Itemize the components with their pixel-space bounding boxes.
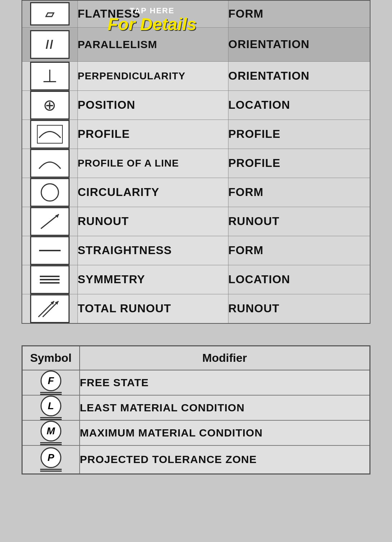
runout-icon (36, 209, 64, 234)
total-runout-symbol-box (30, 294, 70, 323)
tap-banner[interactable]: TAP HERE For Details (108, 6, 197, 34)
symmetry-name: SYMMETRY (77, 265, 228, 294)
ptz-symbol: P (40, 447, 62, 472)
mmc-symbol-cell: M (22, 420, 80, 445)
symbol-cell (22, 207, 77, 236)
table-row: CIRCULARITY FORM (22, 178, 370, 207)
table-row: M MAXIMUM MATERIAL CONDITION (22, 420, 370, 445)
table-row: L LEAST MATERIAL CONDITION (22, 395, 370, 420)
symmetry-symbol-box (30, 265, 70, 294)
geo-table-wrapper: ▱ FLATNESS FORM // PARALLELISM ORIENTATI… (0, 0, 392, 324)
perpendicularity-type: ORIENTATION (228, 61, 370, 90)
modifier-symbol-header: Symbol (22, 346, 80, 370)
perpendicularity-symbol-box: ⊥ (30, 62, 70, 90)
symbol-cell: ▱ (22, 0, 77, 27)
svg-rect-0 (37, 125, 62, 143)
position-type: LOCATION (228, 90, 370, 120)
for-details-label: For Details (108, 15, 197, 34)
parallelism-type: ORIENTATION (228, 27, 370, 61)
parallelism-icon: // (46, 37, 54, 51)
lmc-icon: L (41, 396, 61, 416)
table-row: F FREE STATE (22, 370, 370, 395)
modifier-header-row: Symbol Modifier (22, 346, 370, 370)
table-row: STRAIGHTNESS FORM (22, 236, 370, 265)
total-runout-icon (36, 296, 64, 321)
symbol-cell (22, 120, 77, 149)
geo-table: ▱ FLATNESS FORM // PARALLELISM ORIENTATI… (22, 0, 370, 324)
tap-here-label: TAP HERE (108, 6, 197, 15)
circularity-name: CIRCULARITY (77, 178, 228, 207)
table-row: PROFILE OF A LINE PROFILE (22, 149, 370, 178)
modifier-name-header: Modifier (80, 346, 370, 370)
flatness-type: FORM (228, 0, 370, 27)
svg-line-5 (38, 301, 54, 317)
svg-line-2 (41, 214, 59, 229)
svg-point-1 (41, 184, 58, 201)
table-row: RUNOUT RUNOUT (22, 207, 370, 236)
symmetry-type: LOCATION (228, 265, 370, 294)
profile-line-symbol-box (30, 149, 70, 178)
straightness-name: STRAIGHTNESS (77, 236, 228, 265)
table-row: ⊥ PERPENDICULARITY ORIENTATION (22, 61, 370, 90)
ptz-symbol-cell: P (22, 445, 80, 474)
symbol-cell: ⊕ (22, 90, 77, 120)
symmetry-icon (40, 276, 60, 284)
perpendicularity-name: PERPENDICULARITY (77, 61, 228, 90)
position-icon: ⊕ (43, 96, 56, 114)
profile-line-type: PROFILE (228, 149, 370, 178)
free-state-symbol-cell: F (22, 370, 80, 395)
flatness-icon: ▱ (45, 7, 54, 21)
symbol-cell (22, 236, 77, 265)
mmc-name: MAXIMUM MATERIAL CONDITION (80, 420, 370, 445)
svg-line-7 (43, 301, 58, 317)
parallelism-symbol-box: // (30, 30, 70, 59)
ptz-name: PROJECTED TOLERANCE ZONE (80, 445, 370, 474)
runout-symbol-box (30, 207, 70, 236)
profile-line-icon (36, 153, 64, 174)
perpendicularity-icon: ⊥ (42, 67, 58, 85)
total-runout-name: TOTAL RUNOUT (77, 294, 228, 323)
lmc-name: LEAST MATERIAL CONDITION (80, 395, 370, 420)
profile-surface-icon (36, 123, 64, 145)
runout-type: RUNOUT (228, 207, 370, 236)
lmc-symbol-cell: L (22, 395, 80, 420)
table-row: ⊕ POSITION LOCATION (22, 90, 370, 120)
lmc-symbol: L (40, 396, 62, 420)
table-row: SYMMETRY LOCATION (22, 265, 370, 294)
symbol-cell (22, 265, 77, 294)
profile-type: PROFILE (228, 120, 370, 149)
profile-symbol-box (30, 120, 70, 149)
position-symbol-box: ⊕ (30, 91, 70, 120)
profile-name: PROFILE (77, 120, 228, 149)
profile-line-name: PROFILE OF A LINE (77, 149, 228, 178)
total-runout-type: RUNOUT (228, 294, 370, 323)
symbol-cell (22, 294, 77, 323)
table-row: PROFILE PROFILE (22, 120, 370, 149)
modifier-table: Symbol Modifier F FREE STATE (22, 345, 370, 475)
modifier-section: Symbol Modifier F FREE STATE (0, 324, 392, 475)
circularity-type: FORM (228, 178, 370, 207)
flatness-symbol-box: ▱ (30, 2, 70, 25)
free-state-icon: F (41, 370, 61, 391)
straightness-symbol-box (30, 236, 70, 265)
runout-name: RUNOUT (77, 207, 228, 236)
straightness-icon (36, 238, 64, 263)
straightness-type: FORM (228, 236, 370, 265)
symbol-cell: // (22, 27, 77, 61)
mmc-symbol: M (40, 421, 62, 445)
symbol-cell (22, 178, 77, 207)
position-name: POSITION (77, 90, 228, 120)
ptz-icon: P (41, 447, 61, 468)
free-state-symbol: F (40, 370, 62, 395)
table-row: TOTAL RUNOUT RUNOUT (22, 294, 370, 323)
free-state-name: FREE STATE (80, 370, 370, 395)
symbol-cell (22, 149, 77, 178)
circularity-symbol-box (30, 178, 70, 207)
circularity-icon (36, 180, 64, 205)
table-row: P PROJECTED TOLERANCE ZONE (22, 445, 370, 474)
symbol-cell: ⊥ (22, 61, 77, 90)
mmc-icon: M (41, 421, 61, 441)
